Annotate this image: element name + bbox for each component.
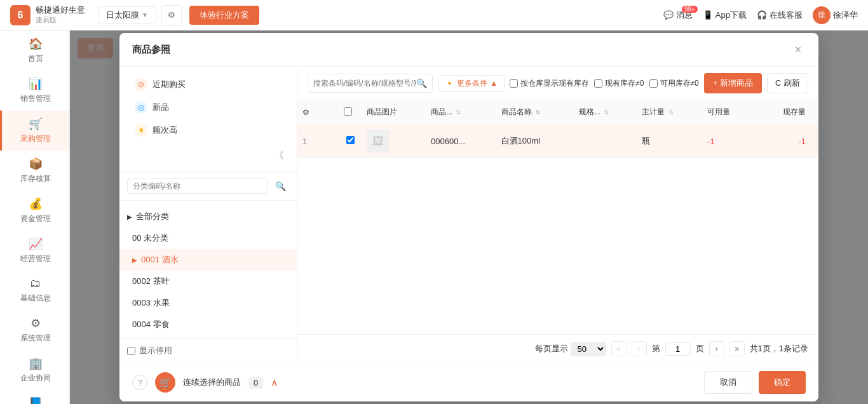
store-selector-arrow-icon: ▼ [142, 11, 148, 18]
category-item-0004[interactable]: 0004 零食 [119, 314, 297, 335]
purchase-icon: 🛒 [29, 117, 43, 131]
category-item-0001[interactable]: ▶ 0001 酒水 [119, 249, 297, 271]
modal-close-button[interactable]: × [790, 42, 806, 57]
warehouse-stock-label[interactable]: 按仓库显示现有库存 [510, 78, 589, 89]
sidebar-item-inventory[interactable]: 📦 库存核算 [0, 151, 69, 191]
sidebar-item-finance[interactable]: 💰 资金管理 [0, 191, 69, 231]
col-spec-label: 规格... [579, 107, 600, 116]
quick-items-list: ⊙ 近期购买 ◎ 新品 ★ 频次高 [127, 73, 289, 142]
store-name: 日太阳膜 [106, 10, 139, 21]
col-code-sort-icon: ⇅ [456, 109, 461, 116]
quick-item-frequent-label: 频次高 [153, 125, 177, 136]
page-number-input[interactable] [665, 342, 691, 356]
available-stock-checkbox[interactable] [594, 79, 602, 88]
page-size-select: 每页显示 50 10 20 100 [535, 342, 606, 356]
available-stock-text: 现有库存≠0 [605, 78, 644, 89]
sidebar-item-sales[interactable]: 📊 销售管理 [0, 71, 69, 111]
category-item-all[interactable]: ▶ 全部分类 [119, 206, 297, 227]
user-item[interactable]: 徐 徐泽华 [813, 6, 858, 24]
col-stock-label: 现存量 [783, 107, 806, 116]
home-icon: 🏠 [29, 37, 43, 51]
col-name[interactable]: 商品名称 ⇅ [496, 100, 574, 125]
logo-sub: 捷易版 [36, 15, 85, 25]
sidebar-item-sales-label: 销售管理 [20, 93, 51, 104]
add-product-button[interactable]: + 新增商品 [704, 73, 762, 93]
quick-item-recent-label: 近期购买 [153, 79, 186, 90]
warehouse-stock-text: 按仓库显示现有库存 [520, 78, 589, 89]
sidebar-item-guide[interactable]: 📘 新手引导 [0, 390, 69, 404]
collapse-footer-button[interactable]: ∧ [271, 377, 278, 389]
trial-button[interactable]: 体验行业方案 [189, 6, 259, 25]
col-code[interactable]: 商品... ⇅ [426, 100, 496, 125]
col-unit[interactable]: 主计量 ⇅ [637, 100, 702, 125]
row-available-cell: -1 [702, 125, 754, 158]
app-download-item[interactable]: 📱 App下载 [703, 10, 747, 21]
settings-icon[interactable]: ⚙ [161, 5, 182, 25]
show-disabled-checkbox[interactable] [127, 347, 135, 355]
category-item-00[interactable]: 00 未分类 [119, 227, 297, 249]
filter-label: 更多条件 [457, 78, 487, 89]
collapse-left-button[interactable]: 《 [269, 147, 289, 165]
col-stock: 现存量 [754, 100, 818, 125]
sidebar-item-purchase[interactable]: 🛒 采购管理 [0, 111, 69, 151]
quick-item-new[interactable]: ◎ 新品 [127, 96, 289, 119]
message-item[interactable]: 💬 消息 99+ [663, 10, 693, 21]
store-selector[interactable]: 日太阳膜 ▼ [98, 6, 156, 24]
product-search-box: 🔍 [308, 74, 433, 93]
category-search-button[interactable]: 🔍 [271, 177, 289, 195]
last-page-button[interactable]: » [729, 341, 745, 356]
online-service-item[interactable]: 🎧 在线客服 [757, 10, 803, 21]
sidebar-item-enterprise[interactable]: 🏢 企业协同 [0, 350, 69, 390]
show-disabled-label: 显示停用 [139, 345, 172, 356]
warehouse-stock-checkbox[interactable] [510, 79, 518, 88]
sidebar-item-basic[interactable]: 🗂 基础信息 [0, 271, 69, 310]
product-search-icon[interactable]: 🔍 [416, 78, 427, 88]
product-reference-modal: 商品参照 × ⊙ 近期购买 [119, 33, 818, 401]
app-download-icon: 📱 [703, 10, 713, 20]
confirm-button[interactable]: 确定 [759, 371, 806, 394]
filter-arrow-icon: ▲ [490, 79, 498, 88]
main-layout: 🏠 首页 📊 销售管理 🛒 采购管理 📦 库存核算 💰 资金管理 📈 经营管理 … [0, 30, 868, 404]
col-checkbox [339, 100, 362, 125]
app-download-label: App下载 [715, 10, 747, 21]
col-spec[interactable]: 规格... ⇅ [574, 100, 637, 125]
usable-stock-checkbox[interactable] [649, 79, 658, 88]
quick-item-new-label: 新品 [153, 102, 169, 113]
all-arrow-icon: ▶ [127, 213, 132, 220]
sidebar-item-basic-label: 基础信息 [20, 293, 51, 304]
sidebar-item-operation[interactable]: 📈 经营管理 [0, 231, 69, 271]
row-code-cell: 000600... [426, 125, 496, 158]
usable-stock-label[interactable]: 可用库存≠0 [649, 78, 699, 89]
online-service-label: 在线客服 [770, 10, 803, 21]
row-spec-cell [574, 125, 637, 158]
quick-item-recent[interactable]: ⊙ 近期购买 [127, 73, 289, 96]
quick-access-area: ⊙ 近期购买 ◎ 新品 ★ 频次高 [119, 67, 297, 172]
sidebar-item-home[interactable]: 🏠 首页 [0, 30, 69, 71]
category-item-0003[interactable]: 0003 水果 [119, 292, 297, 314]
more-filter-button[interactable]: 🔸 更多条件 ▲ [438, 75, 505, 92]
page-size-dropdown[interactable]: 50 10 20 100 [571, 342, 606, 356]
quick-item-frequent[interactable]: ★ 频次高 [127, 119, 289, 142]
select-all-checkbox[interactable] [344, 107, 352, 116]
category-search-input[interactable] [127, 178, 268, 194]
header-right: 💬 消息 99+ 📱 App下载 🎧 在线客服 徐 徐泽华 [663, 6, 858, 24]
refresh-button[interactable]: C 刷新 [767, 73, 808, 93]
col-available: 可用量 [702, 100, 754, 125]
sidebar-item-enterprise-label: 企业协同 [20, 373, 51, 384]
cat-0001-arrow-icon: ▶ [132, 257, 137, 264]
product-search-input[interactable] [313, 79, 416, 88]
row-checkbox[interactable] [346, 136, 355, 144]
cart-button[interactable]: 🛒 [155, 372, 175, 393]
help-icon[interactable]: ? [132, 375, 147, 390]
cat-0001-label: 0001 酒水 [141, 254, 179, 266]
first-page-button[interactable]: « [611, 341, 627, 356]
guide-icon: 📘 [29, 396, 43, 404]
cancel-button[interactable]: 取消 [704, 371, 752, 394]
prev-page-button[interactable]: ‹ [632, 341, 647, 356]
category-item-0002[interactable]: 0002 茶叶 [119, 271, 297, 292]
sidebar-item-system[interactable]: ⚙ 系统管理 [0, 310, 69, 350]
table-row[interactable]: 1 🖼 000600... [297, 125, 818, 158]
next-page-button[interactable]: › [709, 341, 724, 356]
available-stock-label[interactable]: 现有库存≠0 [594, 78, 644, 89]
logo-name: 畅捷通好生意 [36, 5, 85, 15]
